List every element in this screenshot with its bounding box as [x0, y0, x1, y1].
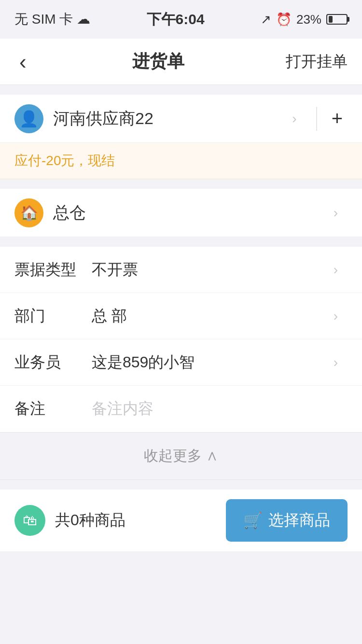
select-product-button[interactable]: 🛒 选择商品 [226, 499, 348, 542]
sim-label: 无 SIM 卡 ☁ [14, 10, 90, 28]
salesperson-value: 这是859的小智 [82, 352, 334, 373]
collapse-row[interactable]: 收起更多 ∧ [0, 432, 362, 480]
department-row[interactable]: 部门 总 部 › [0, 293, 362, 339]
supplier-avatar: 👤 [14, 104, 43, 133]
department-chevron-icon: › [334, 308, 338, 324]
form-section: 票据类型 不开票 › 部门 总 部 › 业务员 这是859的小智 › 备注 备注… [0, 247, 362, 432]
supplier-chevron-icon: › [292, 111, 296, 126]
product-icon-wrap: 🛍 [14, 505, 45, 536]
alarm-icon: ⏰ [276, 12, 292, 27]
salesperson-row[interactable]: 业务员 这是859的小智 › [0, 339, 362, 386]
avatar-icon: 👤 [19, 110, 39, 128]
notice-bar: 应付-20元，现结 [0, 143, 362, 179]
invoice-type-value: 不开票 [82, 259, 334, 280]
open-pending-button[interactable]: 打开挂单 [286, 51, 348, 72]
select-product-icon: 🛒 [243, 511, 263, 530]
back-button[interactable]: ‹ [14, 45, 31, 79]
department-label: 部门 [14, 306, 82, 327]
warehouse-icon: 🏠 [20, 204, 38, 221]
supplier-section: 👤 河南供应商22 › + 应付-20元，现结 [0, 95, 362, 179]
location-icon: ↗ [261, 12, 271, 27]
status-time: 下午6:04 [147, 10, 205, 29]
warehouse-icon-wrap: 🏠 [14, 198, 43, 227]
remark-input[interactable]: 备注内容 [82, 398, 348, 420]
supplier-divider [316, 107, 317, 131]
product-bar: 🛍 共0种商品 🛒 选择商品 [0, 490, 362, 551]
battery-label: 23% [296, 12, 321, 27]
status-right: ↗ ⏰ 23% [261, 12, 348, 27]
supplier-name: 河南供应商22 [53, 108, 292, 130]
product-count-label: 共0种商品 [55, 510, 226, 531]
invoice-type-chevron-icon: › [334, 262, 338, 278]
remark-label: 备注 [14, 398, 82, 420]
salesperson-label: 业务员 [14, 352, 82, 373]
salesperson-chevron-icon: › [334, 355, 338, 370]
section-divider-1 [0, 85, 362, 95]
invoice-type-row[interactable]: 票据类型 不开票 › [0, 247, 362, 293]
department-value: 总 部 [82, 306, 334, 327]
status-bar: 无 SIM 卡 ☁ 下午6:04 ↗ ⏰ 23% [0, 0, 362, 39]
nav-bar: ‹ 进货单 打开挂单 [0, 39, 362, 85]
select-product-label: 选择商品 [268, 510, 330, 531]
page-background [0, 551, 362, 644]
notice-text: 应付-20元，现结 [14, 153, 115, 168]
remark-row[interactable]: 备注 备注内容 [0, 386, 362, 432]
collapse-label: 收起更多 ∧ [144, 448, 218, 463]
warehouse-row[interactable]: 🏠 总仓 › [0, 189, 362, 237]
invoice-type-label: 票据类型 [14, 259, 82, 280]
battery-icon [326, 14, 348, 25]
warehouse-label: 总仓 [53, 202, 334, 224]
add-supplier-button[interactable]: + [327, 103, 348, 134]
status-left: 无 SIM 卡 ☁ [14, 10, 90, 28]
product-icon: 🛍 [23, 512, 37, 529]
warehouse-chevron-icon: › [334, 205, 338, 221]
supplier-row[interactable]: 👤 河南供应商22 › + [0, 95, 362, 143]
page-title: 进货单 [132, 50, 184, 73]
